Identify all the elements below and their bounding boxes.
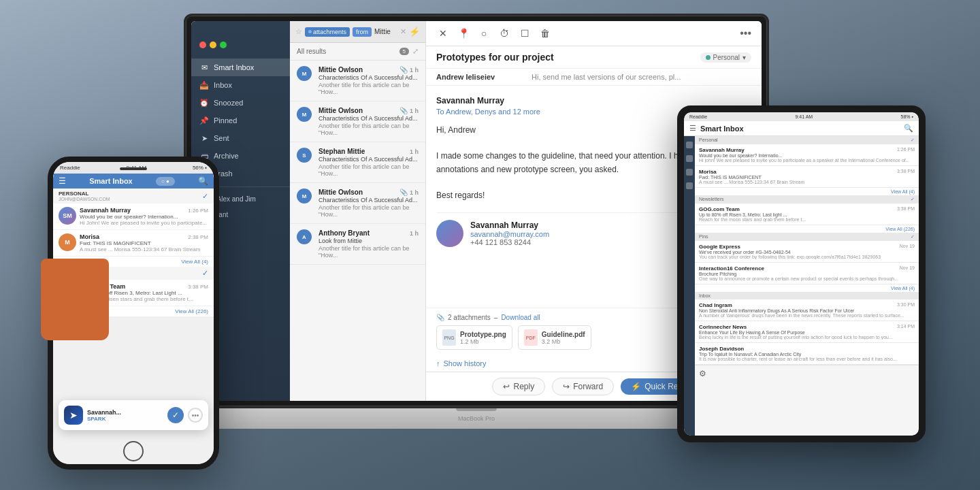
sidebar-label-inbox: Inbox bbox=[214, 81, 232, 89]
minimize-button[interactable] bbox=[210, 42, 216, 48]
sidebar-label-sent: Sent bbox=[214, 134, 229, 142]
notification-more[interactable]: ••• bbox=[188, 408, 203, 423]
settings-icon[interactable]: ⚙ bbox=[699, 369, 706, 378]
result-preview: Another title for this article can be "H… bbox=[318, 82, 419, 95]
ipad-email-corinne[interactable]: Corinnecher News 3:14 PM Enhance Your Li… bbox=[695, 321, 919, 343]
ipad-email-savannah[interactable]: Savannah Murray 1:26 PM Would you be our… bbox=[695, 144, 919, 166]
ipad-email-google[interactable]: Google Express Nov 19 We've received you… bbox=[695, 241, 919, 263]
ipad-subject-chad: Non Steroidal Anti Inflammatory Drugs As… bbox=[699, 308, 915, 313]
iphone-avatar-morisa: M bbox=[59, 233, 76, 251]
iphone-sender-morisa: Morisa bbox=[80, 233, 99, 240]
ipad-section-personal-check: ✓ bbox=[911, 137, 915, 143]
notification-app: SPARK bbox=[87, 416, 121, 422]
paperclip-icon: 📎 bbox=[436, 314, 444, 321]
ipad-email-joseph[interactable]: Joseph Davidson Trip To Iqaluit In Nunav… bbox=[695, 343, 919, 365]
notification-content: Savannah... SPARK bbox=[87, 409, 121, 422]
attachment-icon: 📎 bbox=[399, 107, 408, 114]
ipad-time-chad: 3:30 PM bbox=[897, 302, 915, 308]
attachment-icon: 📎 bbox=[399, 66, 408, 74]
attachment-guideline[interactable]: PDF Guideline.pdf 3.2 Mb bbox=[518, 325, 591, 350]
menu-icon[interactable]: ☰ bbox=[59, 176, 66, 186]
iphone-time-gog: 3:38 PM bbox=[188, 284, 208, 290]
attachment-prototype[interactable]: PNG Prototype.png 1.2 Mb bbox=[436, 325, 512, 350]
search-result-item[interactable]: A Anthony Bryant 1 h Look from Mittie An… bbox=[290, 224, 425, 265]
ipad-search-icon[interactable]: 🔍 bbox=[904, 124, 913, 133]
ipad-icon-2[interactable] bbox=[686, 155, 693, 162]
search-result-item[interactable]: M Mittie Owlson 📎 1 h Characteristics Of… bbox=[290, 61, 425, 101]
ipad-time-interaction16: Nov 19 bbox=[900, 265, 915, 272]
back-icon[interactable]: ✕ bbox=[436, 27, 450, 40]
sidebar-item-sent[interactable]: ➤ Sent bbox=[191, 129, 290, 147]
search-bar[interactable]: ☆ attachments from Mittie ✕ ⚡ bbox=[290, 21, 425, 43]
ipad-item-header-joseph: Joseph Davidson bbox=[699, 346, 915, 352]
sidebar-item-snoozed[interactable]: ⏰ Snoozed bbox=[191, 94, 290, 112]
ipad-subject-savannah: Would you be our speaker? Internatio... bbox=[699, 153, 915, 158]
forward-button[interactable]: ↪ Forward bbox=[552, 378, 614, 395]
email-tag[interactable]: Personal ▾ bbox=[700, 52, 751, 63]
ipad-view-all-pins[interactable]: View All (4) bbox=[695, 284, 919, 292]
search-result-item[interactable]: M Mittie Owlson 📎 1 h Characteristics Of… bbox=[290, 101, 425, 142]
pinned-icon: 📌 bbox=[199, 116, 209, 125]
ipad-time-gog: 3:38 PM bbox=[897, 206, 915, 212]
ipad-view-all-newsletters[interactable]: View All (226) bbox=[695, 225, 919, 233]
ipad-icon-4[interactable] bbox=[686, 182, 693, 189]
download-all-link[interactable]: Download all bbox=[501, 314, 540, 321]
iphone-speaker bbox=[120, 167, 147, 170]
sidebar-item-smart-inbox[interactable]: ✉ Smart Inbox bbox=[191, 59, 290, 76]
search-result-item[interactable]: S Stephan Mittie 1 h Characteristics Of … bbox=[290, 142, 425, 183]
pin-icon[interactable]: 📍 bbox=[457, 27, 470, 40]
archive-action-icon[interactable]: ☐ bbox=[518, 27, 532, 40]
ipad-icon-1[interactable] bbox=[686, 142, 693, 148]
ipad-preview-interaction16: One way to announce or promote a certain… bbox=[699, 276, 915, 281]
ipad-item-header-savannah: Savannah Murray 1:26 PM bbox=[699, 147, 915, 153]
search-icon[interactable]: 🔍 bbox=[198, 176, 208, 186]
forward-icon: ↪ bbox=[563, 382, 570, 391]
ipad-email-gog[interactable]: GOG.com Team 3:38 PM Up to 80% off Risen… bbox=[695, 203, 919, 225]
dash-separator: – bbox=[494, 314, 498, 321]
result-preview: Another title for this article can be "H… bbox=[318, 204, 419, 218]
tag-attachments-label: attachments bbox=[313, 29, 346, 35]
reply-button[interactable]: ↩ Reply bbox=[492, 378, 545, 395]
ipad-title: Smart Inbox bbox=[700, 125, 744, 133]
ipad-email-list: Personal ✓ Savannah Murray 1:26 PM Would… bbox=[695, 136, 919, 436]
ipad-icon-3[interactable] bbox=[686, 169, 693, 176]
expand-icon[interactable]: ⤢ bbox=[412, 47, 419, 56]
ipad-email-interaction16[interactable]: Interaction16 Conference Nov 19 Brochure… bbox=[695, 263, 919, 284]
file-name-prototype: Prototype.png bbox=[460, 331, 506, 338]
iphone-toggle[interactable]: ○ ● bbox=[156, 177, 175, 186]
search-tag-from[interactable]: from bbox=[353, 27, 372, 37]
star-icon: ☆ bbox=[295, 27, 302, 36]
ipad-sender-gog: GOG.com Team bbox=[699, 206, 740, 212]
ipad-section-newsletters: Newsletters ✓ bbox=[695, 195, 919, 203]
result-avatar: M bbox=[297, 107, 312, 122]
result-content: Mittie Owlson 📎 1 h Characteristics Of A… bbox=[318, 66, 419, 95]
ipad-sidebar-icon[interactable]: ☰ bbox=[689, 124, 696, 133]
sidebar-item-pinned[interactable]: 📌 Pinned bbox=[191, 112, 290, 129]
iphone-home-button[interactable] bbox=[123, 441, 144, 461]
ipad-email-chad[interactable]: Chad Ingram 3:30 PM Non Steroidal Anti I… bbox=[695, 299, 919, 321]
iphone-email-item[interactable]: SM Savannah Murray 1:26 PM Would you be … bbox=[53, 203, 214, 230]
search-submit-icon[interactable]: ⚡ bbox=[409, 27, 420, 37]
file-name-guideline: Guideline.pdf bbox=[542, 331, 585, 338]
search-result-item[interactable]: M Mittie Owlson 📎 1 h Characteristics Of… bbox=[290, 183, 425, 224]
ipad-subject-interaction16: Brochure Pitching bbox=[699, 272, 915, 276]
sidebar-item-inbox[interactable]: 📥 Inbox bbox=[191, 76, 290, 94]
notification-check[interactable]: ✓ bbox=[167, 407, 184, 423]
ipad-email-morisa[interactable]: Morisa 3:38 PM Fwd: THIS IS MAGNIFICENT … bbox=[695, 166, 919, 188]
maximize-button[interactable] bbox=[220, 42, 227, 48]
more-icon[interactable]: ••• bbox=[740, 27, 751, 39]
remind-icon[interactable]: ⏱ bbox=[497, 27, 511, 40]
ipad-view-all-personal[interactable]: View All (4) bbox=[695, 188, 919, 195]
reply-label: Reply bbox=[513, 382, 534, 391]
snooze-icon[interactable]: ○ bbox=[477, 27, 491, 40]
iphone-email-item-morisa[interactable]: M Morisa 2:38 PM Fwd: THIS IS MAGNIFICEN… bbox=[53, 230, 214, 257]
result-time: 1 h bbox=[410, 67, 419, 74]
ipad-subject-corinne: Enhance Your Life By Having A Sense Of P… bbox=[699, 330, 915, 335]
result-subject: Characteristics Of A Successful Ad... bbox=[318, 197, 419, 203]
close-button[interactable] bbox=[199, 42, 206, 48]
section-email-personal: john@dawson.com bbox=[59, 197, 110, 201]
delete-icon[interactable]: 🗑 bbox=[538, 27, 552, 40]
search-tag-attachments[interactable]: attachments bbox=[305, 27, 350, 37]
dots-icon: ••• bbox=[192, 412, 199, 419]
search-clear-icon[interactable]: ✕ bbox=[400, 27, 406, 36]
